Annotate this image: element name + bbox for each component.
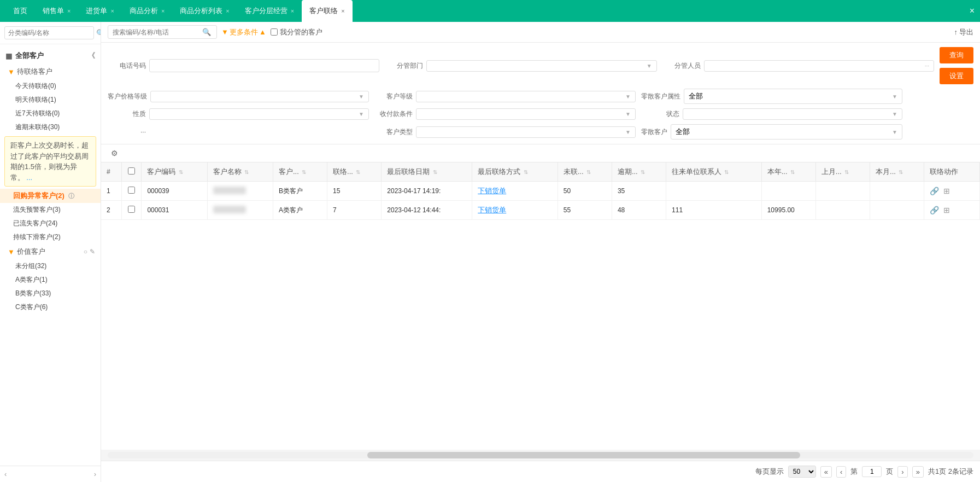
page-end-label: 页 [886,467,893,477]
pending-contact-label[interactable]: ▼ 待联络客户 [2,64,101,79]
sidebar-prev-icon[interactable]: ‹ [4,470,7,478]
main-search-icon[interactable]: 🔍 [202,28,211,36]
col-sort-name-icon[interactable]: ⇅ [244,169,249,175]
first-page-button[interactable]: « [820,466,832,478]
per-page-select[interactable]: 50 20 100 [788,466,816,478]
tree-item-7day-contact[interactable]: 近7天待联络(0) [2,107,101,120]
close-customer-contact-icon[interactable]: × [341,8,344,14]
page-label: 第 [850,467,858,477]
tree-item-today-contact[interactable]: 今天待联络(0) [2,79,101,93]
main-search-input[interactable] [113,28,200,36]
nav-item-purchase[interactable]: 进货单 × [78,0,121,22]
col-sort-code-icon[interactable]: ⇅ [179,169,183,175]
nav-item-analysis-list[interactable]: 商品分析列表 × [172,0,237,22]
phone-input[interactable] [149,59,379,72]
col-sort-contact-icon[interactable]: ⇅ [356,169,360,175]
retail-customer-select[interactable]: 全部 ▼ [671,124,902,140]
tree-item-c-class[interactable]: C类客户(6) [2,300,101,314]
link-icon-2[interactable]: 🔗 [930,206,939,214]
link-icon-1[interactable]: 🔗 [930,187,939,195]
col-sort-method-icon[interactable]: ⇅ [524,169,528,175]
close-customer-tier-icon[interactable]: × [291,8,294,14]
content-area: 🔍 ▼ 更多条件 ▲ 我分管的客户 ↑ 导出 电话号码 [101,22,980,482]
customers-table: # 客户编码 ⇅ 客户名称 ⇅ 客户... [101,162,980,220]
customer-level-field: 客户等级 ▼ [374,91,636,102]
cell-thismonth-1 [870,182,924,201]
nature-select[interactable]: ▼ [149,108,369,120]
my-customers-checkbox[interactable]: 我分管的客户 [271,27,322,37]
select-all-checkbox[interactable] [128,167,135,175]
filter-bar: 🔍 ▼ 更多条件 ▲ 我分管的客户 ↑ 导出 [101,22,980,43]
contact-method-link-2[interactable]: 下销货单 [478,206,506,214]
category-search-input[interactable] [4,26,94,39]
grid-action-icon-1[interactable]: ⊞ [943,187,950,195]
sidebar-collapse-button[interactable]: 《 [88,51,95,61]
customer-type-select[interactable]: ▼ [416,126,636,138]
col-sort-type-icon[interactable]: ⇅ [302,169,306,175]
page-number-input[interactable] [862,466,882,477]
nav-item-home[interactable]: 首页 [5,0,35,22]
price-level-select[interactable]: ▼ [150,91,369,102]
col-sort-lastmonth-icon[interactable]: ⇅ [844,169,849,175]
col-sort-thisyear-icon[interactable]: ⇅ [790,169,795,175]
my-customers-check[interactable] [271,28,278,36]
col-sort-person-icon[interactable]: ⇅ [724,169,729,175]
payment-terms-select[interactable]: ▼ [416,108,636,120]
tree-item-churn-warning[interactable]: 流失预警客户(3) [0,203,101,217]
last-page-button[interactable]: » [912,466,924,478]
close-analysis-list-icon[interactable]: × [226,8,229,14]
value-group-edit-button[interactable]: ✎ [90,248,95,255]
more-dots-label: ··· [108,128,146,136]
pending-contact-group: ▼ 待联络客户 今天待联络(0) 明天待联络(1) 近7天待联络(0) 逾期未联… [0,64,101,134]
close-analysis-icon[interactable]: × [161,8,165,14]
grid-action-icon-2[interactable]: ⊞ [943,206,950,214]
next-page-button[interactable]: › [897,466,907,478]
close-sales-icon[interactable]: × [67,8,71,14]
contact-method-link-1[interactable]: 下销货单 [478,187,506,195]
scrollbar-thumb[interactable] [367,452,800,458]
tree-item-tomorrow-contact[interactable]: 明天待联络(1) [2,93,101,107]
tree-item-unclassified[interactable]: 未分组(32) [2,259,101,273]
row-checkbox-2[interactable] [128,206,135,213]
close-purchase-icon[interactable]: × [110,8,114,14]
main-layout: 🔍 ▦ 全部客户 《 ▼ 待联络客户 今天待联络(0) 明天待联络(1) 近7天… [0,22,980,482]
tree-item-churned[interactable]: 已流失客户(24) [0,217,101,230]
nav-item-sales[interactable]: 销售单 × [35,0,78,22]
status-select[interactable]: ▼ [683,108,902,120]
col-sort-nocontact-icon[interactable]: ⇅ [586,169,591,175]
tree-root-all-customers[interactable]: ▦ 全部客户 《 [0,48,101,64]
col-sort-thismonth-icon[interactable]: ⇅ [899,169,903,175]
nav-item-customer-contact[interactable]: 客户联络 × [302,0,352,22]
nav-item-customer-tier[interactable]: 客户分层经营 × [237,0,302,22]
price-level-arrow-icon: ▼ [359,94,364,100]
export-button[interactable]: ↑ 导出 [954,27,974,37]
manager-select[interactable]: ··· [704,60,934,72]
close-all-tabs-button[interactable]: × [970,6,975,16]
more-conditions-button[interactable]: ▼ 更多条件 ▲ [221,27,266,37]
sidebar-next-icon[interactable]: › [94,470,96,478]
prev-page-button[interactable]: ‹ [836,466,846,478]
customer-level-select[interactable]: ▼ [416,91,636,102]
tree-item-a-class[interactable]: A类客户(1) [2,273,101,287]
value-customers-header[interactable]: ▼ 价值客户 ○ ✎ [2,244,101,259]
tree-item-b-class[interactable]: B类客户(33) [2,287,101,300]
col-contact-count: 联络... ⇅ [327,162,382,182]
tree-item-declining[interactable]: 持续下滑客户(2) [0,230,101,244]
payment-terms-label: 收付款条件 [374,109,413,119]
dept-select[interactable]: ▼ [426,60,656,72]
col-sort-overdue-icon[interactable]: ⇅ [641,169,645,175]
nav-item-analysis[interactable]: 商品分析 × [122,0,172,22]
retail-attr-select[interactable]: 全部 ▼ [684,89,902,104]
row-checkbox-1[interactable] [128,187,135,194]
col-sort-date-icon[interactable]: ⇅ [433,169,437,175]
category-search-icon[interactable]: 🔍 [96,29,101,37]
value-group-add-button[interactable]: ○ [84,248,87,255]
setting-button[interactable]: 设置 [940,68,973,84]
table-settings-button[interactable]: ⚙ [108,148,121,159]
tooltip-more-button[interactable]: ... [26,173,32,182]
horizontal-scrollbar[interactable] [108,452,973,458]
query-button[interactable]: 查询 [940,47,973,63]
tree-item-overdue-contact[interactable]: 逾期未联络(30) [2,120,101,134]
tree-item-abnormal-repurchase[interactable]: 回购异常客户(2) ⓘ [0,189,101,203]
cell-method-2: 下销货单 [472,201,558,220]
